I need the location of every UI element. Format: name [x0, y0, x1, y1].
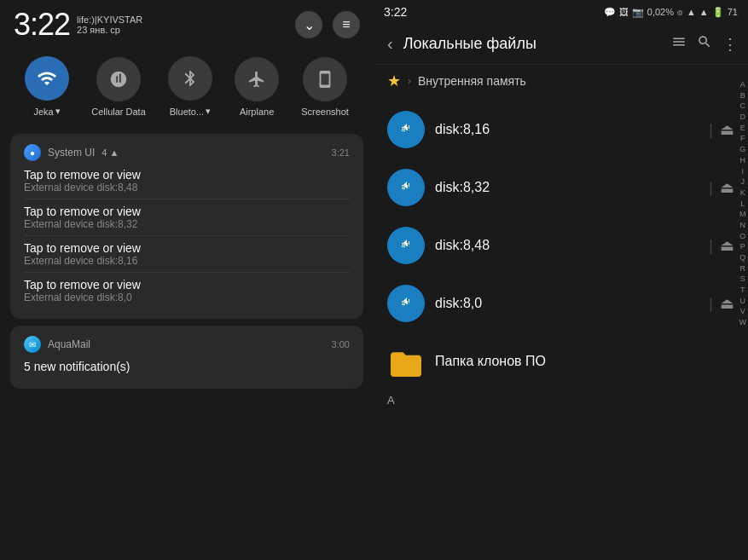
list-view-icon[interactable] [671, 34, 687, 54]
dropdown-icon[interactable]: ⌄ [295, 11, 322, 38]
notif-app-name-aquamail: AquaMail [48, 338, 90, 350]
notif-time-aquamail: 3:00 [332, 339, 350, 349]
toggle-screenshot[interactable]: Screenshot [301, 57, 349, 117]
alpha-letter-k[interactable]: K [740, 188, 745, 199]
notif-subtitle-3: External device disk:8,16 [24, 255, 350, 267]
notif-title-4: Tap to remove or view [24, 278, 350, 292]
usb-icon-disk848 [387, 227, 425, 264]
alpha-letter-w[interactable]: W [739, 318, 747, 328]
file-divider-disk816: | [709, 121, 713, 139]
file-item-disk816[interactable]: disk:8,16 | ⏏ [374, 101, 748, 159]
alpha-letter-i[interactable]: I [741, 167, 744, 177]
alpha-letter-s[interactable]: S [740, 274, 745, 285]
alpha-letter-e[interactable]: E [740, 124, 745, 134]
alpha-letter-c[interactable]: C [740, 101, 746, 112]
signal-bar-1: ▲ [687, 7, 696, 17]
airplane-icon-circle [235, 57, 279, 101]
airplane-label: Airplane [240, 107, 274, 117]
alpha-letter-q[interactable]: Q [739, 253, 745, 263]
alpha-letter-t[interactable]: T [740, 286, 745, 296]
back-button[interactable]: ‹ [384, 31, 397, 57]
notif-row-mail: 5 new notification(s) [24, 360, 350, 373]
notif-title-3: Tap to remove or view [24, 241, 350, 255]
alpha-letter-m[interactable]: M [739, 210, 746, 220]
section-label: A [374, 390, 748, 408]
alpha-letter-j[interactable]: J [741, 177, 745, 188]
star-icon[interactable]: ★ [387, 72, 401, 90]
alpha-letter-f[interactable]: F [740, 134, 745, 144]
usb-icon-disk80 [387, 285, 425, 322]
aquamail-icon: ✉ [24, 336, 41, 353]
breadcrumb-text: Внутренняя память [418, 74, 526, 88]
alpha-letter-d[interactable]: D [740, 113, 746, 123]
file-item-disk832[interactable]: disk:8,32 | ⏏ [374, 159, 748, 216]
notif-header-system: ● System UI 4 ▲ 3:21 [24, 144, 350, 161]
alpha-letter-b[interactable]: B [740, 91, 745, 101]
notif-row-2: Tap to remove or view External device di… [24, 205, 350, 230]
file-actions-disk848: | ⏏ [709, 236, 734, 255]
alpha-letter-r[interactable]: R [740, 264, 746, 274]
more-options-icon[interactable]: ⋮ [722, 35, 738, 54]
alpha-letter-o[interactable]: O [739, 232, 745, 242]
battery-icon: 🔋 [712, 7, 724, 18]
file-name-disk80: disk:8,0 [435, 296, 699, 311]
right-panel: 3:22 💬 🖼 📷 0,02% ⌾ ▲ ▲ 🔋 71 ‹ Локальные … [374, 0, 748, 560]
eject-icon-disk816[interactable]: ⏏ [720, 120, 734, 139]
notification-system-ui[interactable]: ● System UI 4 ▲ 3:21 Tap to remove or vi… [10, 134, 363, 319]
cellular-label: Cellular Data [91, 107, 146, 117]
notif-header-aquamail: ✉ AquaMail 3:00 [24, 336, 350, 353]
file-item-disk848[interactable]: disk:8,48 | ⏏ [374, 216, 748, 274]
notif-title-1: Tap to remove or view [24, 168, 350, 182]
eject-icon-disk848[interactable]: ⏏ [720, 236, 734, 255]
alpha-letter-h[interactable]: H [740, 156, 746, 166]
alpha-letter-u[interactable]: U [740, 297, 746, 307]
menu-icon[interactable]: ≡ [333, 11, 360, 38]
alpha-letter-l[interactable]: L [740, 199, 745, 210]
left-panel: 3:22 life:)|KYIVSTAR 23 янв. ср ⌄ ≡ Jeka… [0, 0, 374, 560]
alpha-letter-n[interactable]: N [740, 221, 746, 231]
time-right: 3:22 [384, 5, 407, 19]
notification-icon: 💬 [604, 7, 616, 18]
percent-status: 0,02% [647, 7, 674, 17]
toggle-airplane[interactable]: Airplane [235, 57, 279, 117]
notif-subtitle-2: External device disk:8,32 [24, 218, 350, 230]
search-icon[interactable] [697, 34, 712, 54]
alpha-letter-a[interactable]: A [740, 80, 745, 90]
toggle-wifi[interactable]: Jeka ▾ [25, 56, 69, 117]
notifications-area: ● System UI 4 ▲ 3:21 Tap to remove or vi… [0, 127, 374, 560]
breadcrumb-sep: › [408, 75, 411, 87]
status-icons-right: 💬 🖼 📷 0,02% ⌾ ▲ ▲ 🔋 71 [604, 7, 738, 18]
file-name-disk832: disk:8,32 [435, 180, 699, 195]
notif-row-3: Tap to remove or view External device di… [24, 241, 350, 267]
bluetooth-label: Blueto... ▾ [170, 106, 211, 117]
file-item-disk80[interactable]: disk:8,0 | ⏏ [374, 274, 748, 332]
alpha-letter-v[interactable]: V [740, 307, 745, 317]
file-divider-disk848: | [709, 237, 713, 255]
file-actions-disk816: | ⏏ [709, 120, 734, 139]
alpha-letter-p[interactable]: P [740, 242, 745, 252]
notif-row-4: Tap to remove or view External device di… [24, 278, 350, 303]
right-toolbar: ‹ Локальные файлы ⋮ [374, 24, 748, 65]
media-icon: 📷 [632, 7, 644, 18]
toggle-bluetooth[interactable]: Blueto... ▾ [168, 56, 212, 117]
battery-level: 71 [728, 7, 738, 17]
file-list: disk:8,16 | ⏏ disk:8,32 | ⏏ [374, 97, 748, 560]
folder-icon [387, 343, 425, 380]
toggle-cellular[interactable]: Cellular Data [91, 57, 146, 117]
alpha-letter-g[interactable]: G [739, 145, 745, 155]
wifi-status-icon: ⌾ [677, 7, 683, 17]
notification-aquamail[interactable]: ✉ AquaMail 3:00 5 new notification(s) [10, 326, 363, 389]
bluetooth-icon-circle [168, 56, 212, 101]
file-item-folder[interactable]: Папка клонов ПО [374, 332, 748, 390]
status-icons-left: ⌄ ≡ [295, 11, 360, 38]
time-left: 3:22 [14, 7, 70, 43]
file-divider-disk80: | [709, 295, 713, 313]
notif-title-2: Tap to remove or view [24, 205, 350, 218]
eject-icon-disk832[interactable]: ⏏ [720, 178, 734, 197]
notif-divider-1 [24, 199, 350, 199]
file-divider-disk832: | [709, 179, 713, 197]
usb-icon-disk816 [387, 111, 425, 148]
quick-toggles: Jeka ▾ Cellular Data Blueto... ▾ [0, 46, 374, 127]
wifi-icon-circle [25, 56, 69, 101]
eject-icon-disk80[interactable]: ⏏ [720, 294, 734, 313]
